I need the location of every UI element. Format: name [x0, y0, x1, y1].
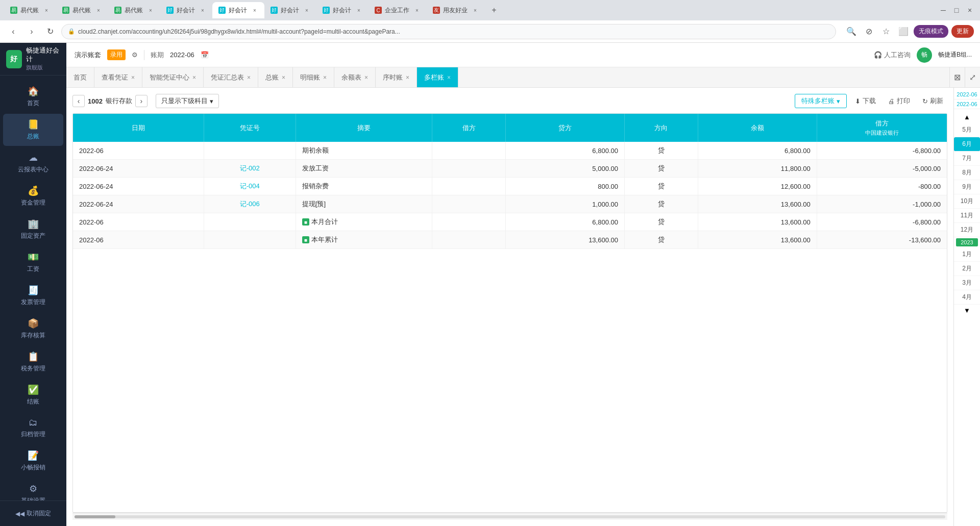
cal-month-4[interactable]: 4月	[954, 290, 980, 305]
extension-icon[interactable]: ⬜	[896, 24, 911, 39]
sidebar-item-invoices[interactable]: 🧾 发票管理	[3, 280, 63, 312]
reload-button[interactable]: ↻	[43, 24, 57, 39]
cell-credit-1: 5,000.00	[505, 160, 624, 178]
browser-tab-2[interactable]: 易 易代账 ×	[108, 2, 160, 18]
cell-voucher-1[interactable]: 记-002	[204, 160, 296, 178]
cal-month-8[interactable]: 8月	[954, 166, 980, 180]
tab-balance[interactable]: 余额表 ×	[334, 67, 376, 88]
sidebar-item-payroll[interactable]: 💵 工资	[3, 246, 63, 279]
tab-general-ledger[interactable]: 总账 ×	[258, 67, 293, 88]
scroll-thumb[interactable]	[75, 515, 115, 518]
calendar-up-button[interactable]: ▲	[954, 111, 980, 123]
horizontal-scrollbar[interactable]	[72, 513, 947, 520]
sidebar-item-home[interactable]: 🏠 首页	[3, 81, 63, 113]
tab-close-balance[interactable]: ×	[364, 74, 368, 81]
tab-close-smart-voucher[interactable]: ×	[192, 74, 196, 81]
browser-tab-7[interactable]: C 企业工作 ×	[369, 2, 427, 18]
back-button[interactable]: ‹	[6, 24, 20, 39]
tab-close-view-voucher[interactable]: ×	[131, 74, 135, 81]
refresh-button[interactable]: ↻ 刷新	[918, 94, 947, 108]
browser-tab-5[interactable]: 好 好会计 ×	[264, 2, 316, 18]
tab-close-6[interactable]: ×	[355, 7, 362, 14]
browser-tab-1[interactable]: 易 易代账 ×	[56, 2, 108, 18]
tab-close-0[interactable]: ×	[43, 7, 50, 14]
sidebar-item-inventory[interactable]: 📦 库存核算	[3, 313, 63, 345]
bookmark-icon[interactable]: ☆	[879, 24, 893, 39]
tab-close-4[interactable]: ×	[251, 7, 258, 14]
sidebar-item-funds[interactable]: 💰 资金管理	[3, 180, 63, 212]
sidebar-item-closing[interactable]: ✅ 结账	[3, 379, 63, 411]
cal-month-5[interactable]: 5月	[954, 123, 980, 137]
minimize-button[interactable]: ─	[937, 4, 949, 16]
tab-close-8[interactable]: ×	[472, 7, 479, 14]
browser-tab-3[interactable]: 好 好会计 ×	[160, 2, 212, 18]
tab-sequential[interactable]: 序时账 ×	[376, 67, 417, 88]
browser-tab-4[interactable]: 好 好会计 ×	[212, 2, 264, 18]
tab-close-multi-column[interactable]: ×	[447, 74, 451, 81]
tab-close-voucher-summary[interactable]: ×	[247, 74, 251, 81]
ai-consult-button[interactable]: 🎧 人工咨询	[874, 51, 911, 60]
scroll-track[interactable]	[75, 515, 945, 518]
multi-column-table: 日期 凭证号 摘要 借方 贷方 方向 余额 借方 中国建设银行	[73, 114, 947, 249]
prev-account-button[interactable]: ‹	[72, 95, 85, 107]
tab-voucher-summary[interactable]: 凭证汇总表 ×	[204, 67, 258, 88]
print-button[interactable]: 🖨 打印	[884, 94, 914, 108]
cell-credit-0: 6,800.00	[505, 142, 624, 160]
filter-dropdown[interactable]: 只显示下级科目 ▾	[156, 94, 219, 108]
tab-close-general-ledger[interactable]: ×	[282, 74, 285, 81]
browser-tab-6[interactable]: 好 好会计 ×	[316, 2, 369, 18]
browser-tab-0[interactable]: 易 易代账 ×	[4, 2, 56, 18]
cal-month-6[interactable]: 6月	[954, 137, 980, 152]
tab-close-2[interactable]: ×	[147, 7, 154, 14]
cal-month-7[interactable]: 7月	[954, 152, 980, 166]
address-bar[interactable]: 🔒 cloud2.chanjet.com/accounting/uh26t264…	[61, 24, 836, 39]
cal-month-9[interactable]: 9月	[954, 180, 980, 194]
cal-month-2[interactable]: 2月	[954, 262, 980, 276]
tab-collapse-button[interactable]: ⊠	[949, 67, 965, 88]
sidebar-item-cloud-reports[interactable]: ☁ 云报表中心	[3, 147, 63, 179]
new-tab-button[interactable]: +	[487, 3, 501, 17]
update-button[interactable]: 更新	[951, 25, 974, 38]
forward-button[interactable]: ›	[24, 24, 39, 39]
sidebar-item-settings[interactable]: ⚙ 基础设置	[3, 478, 63, 500]
calendar-icon[interactable]: 📅	[201, 51, 209, 59]
sidebar-item-ledger[interactable]: 📒 总账	[3, 114, 63, 146]
tab-close-1[interactable]: ×	[95, 7, 102, 14]
tab-close-5[interactable]: ×	[303, 7, 310, 14]
close-button[interactable]: ×	[964, 4, 976, 16]
cal-month-11[interactable]: 11月	[954, 209, 980, 223]
download-button[interactable]: ⬇ 下载	[851, 94, 880, 108]
cal-month-10[interactable]: 10月	[954, 194, 980, 209]
sidebar-item-expense[interactable]: 📝 小畅报销	[3, 445, 63, 477]
sidebar-item-tax[interactable]: 📋 税务管理	[3, 346, 63, 378]
cal-month-3[interactable]: 3月	[954, 276, 980, 290]
maximize-button[interactable]: □	[950, 4, 963, 16]
calendar-down-button[interactable]: ▼	[954, 305, 980, 316]
cal-month-1[interactable]: 1月	[954, 247, 980, 262]
browser-tab-8[interactable]: 友 用友好业 ×	[427, 2, 485, 18]
next-account-button[interactable]: ›	[135, 95, 148, 107]
tab-expand-button[interactable]: ⤢	[965, 67, 980, 88]
tab-close-7[interactable]: ×	[413, 7, 421, 14]
tab-home[interactable]: 首页	[66, 67, 94, 88]
tab-detail-ledger[interactable]: 明细账 ×	[293, 67, 334, 88]
header-gear-icon[interactable]: ⚙	[132, 51, 138, 59]
sidebar-item-fixed-assets[interactable]: 🏢 固定资产	[3, 213, 63, 245]
special-multi-button[interactable]: 特殊多栏账 ▾	[795, 94, 847, 108]
tab-close-sequential[interactable]: ×	[406, 74, 409, 81]
tab-close-detail-ledger[interactable]: ×	[323, 74, 327, 81]
user-name: 畅捷通B组...	[938, 51, 972, 59]
no-image-icon[interactable]: ⊘	[862, 24, 876, 39]
tab-view-voucher[interactable]: 查看凭证 ×	[94, 67, 142, 88]
sidebar-item-archive[interactable]: 🗂 归档管理	[3, 412, 63, 444]
cal-month-12[interactable]: 12月	[954, 223, 980, 237]
stealth-mode-button[interactable]: 无痕模式	[914, 25, 948, 38]
search-icon[interactable]: 🔍	[844, 24, 859, 39]
tab-smart-voucher[interactable]: 智能凭证中心 ×	[142, 67, 204, 88]
cell-voucher-2[interactable]: 记-004	[204, 178, 296, 195]
tab-multi-column[interactable]: 多栏账 ×	[417, 67, 458, 88]
sidebar-collapse-button[interactable]: ◀◀ 取消固定	[0, 505, 66, 522]
tab-close-3[interactable]: ×	[199, 7, 206, 14]
sidebar-logo: 好 畅捷通好会计 旗舰版	[0, 43, 66, 76]
cell-voucher-3[interactable]: 记-006	[204, 195, 296, 213]
